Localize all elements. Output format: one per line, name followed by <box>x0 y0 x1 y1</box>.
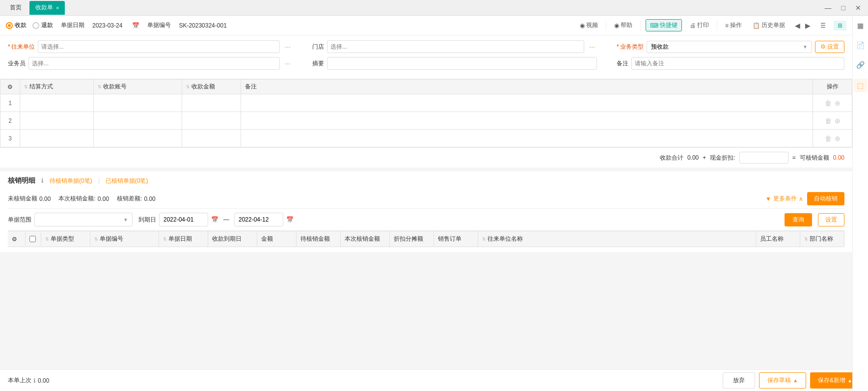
row2-settlement[interactable] <box>20 112 94 130</box>
row2-remark[interactable] <box>241 112 813 130</box>
business-type-select[interactable]: 预收款 ▼ <box>647 41 812 53</box>
row3-copy-icon[interactable]: ⊕ <box>835 135 841 142</box>
store-more-icon[interactable]: ··· <box>587 43 597 51</box>
grid-view-button[interactable]: ⊞ <box>834 21 846 30</box>
help-button[interactable]: ◉ 帮助 <box>611 20 635 31</box>
form-row-1: 往来单位 ··· 门店 ··· 业务类型 预收款 ▼ ⚙ <box>8 40 844 53</box>
date-to-calendar-icon[interactable]: 📅 <box>286 216 294 223</box>
operate-button[interactable]: ≡ 操作 <box>722 20 745 31</box>
info-icon[interactable]: ℹ <box>33 377 36 384</box>
auto-verify-button[interactable]: 自动核销 <box>807 192 844 205</box>
radio-payment[interactable]: 收款 <box>6 21 27 29</box>
query-button[interactable]: 查询 <box>785 213 812 226</box>
sidebar-table-icon[interactable]: ▦ <box>855 20 866 31</box>
sidebar-frame-icon[interactable]: ⬚ <box>854 79 868 92</box>
tab-bar: 首页 收款单 × — □ ✕ <box>0 0 868 16</box>
bottom-table-area: ⚙ ⇅ 单据类型 ⇅ 单据编号 ⇅ 单据日期 收款到期日 <box>8 230 844 247</box>
counterpart-input[interactable] <box>38 40 280 53</box>
video-button[interactable]: ◉ 视频 <box>577 20 601 31</box>
row3-account[interactable] <box>94 130 182 147</box>
col-settings[interactable]: ⚙ <box>0 80 20 94</box>
verify-info-icon[interactable]: ℹ <box>41 177 44 184</box>
sort-date-icon: ⇅ <box>163 237 167 242</box>
row1-delete-icon[interactable]: 🗑 <box>825 99 832 107</box>
done-tab[interactable]: 已核销单据(0笔) <box>106 177 148 185</box>
row1-copy-icon[interactable]: ⊕ <box>835 99 841 107</box>
remark-input[interactable] <box>631 57 844 70</box>
discard-label: 放弃 <box>733 377 745 384</box>
salesperson-more-icon[interactable]: ··· <box>283 59 293 67</box>
tab-active-label: 收款单 <box>35 3 53 12</box>
col-remark-header: 备注 <box>241 80 813 94</box>
date-to-input[interactable] <box>234 213 283 226</box>
next-icon[interactable]: ▶ <box>803 21 813 30</box>
summary-input[interactable] <box>327 57 597 70</box>
row1-settlement[interactable] <box>20 94 94 112</box>
prev-icon[interactable]: ◀ <box>793 21 802 30</box>
gear-icon: ⚙ <box>820 43 826 50</box>
date-from-calendar-icon[interactable]: 📅 <box>211 216 218 223</box>
row2-account[interactable] <box>94 112 182 130</box>
sidebar-link-icon[interactable]: 🔗 <box>854 59 867 71</box>
pending-tab[interactable]: 待核销单据(0笔) <box>50 177 92 185</box>
save-draft-button[interactable]: 保存草稿 ▲ <box>759 372 806 389</box>
store-input[interactable] <box>327 40 584 53</box>
row1-amount[interactable] <box>182 94 241 112</box>
calendar-icon[interactable]: 📅 <box>132 22 139 29</box>
salesperson-input[interactable] <box>28 57 280 70</box>
row2-amount[interactable] <box>182 112 241 130</box>
tab-close-icon[interactable]: × <box>56 5 59 11</box>
row3-settlement[interactable] <box>20 130 94 147</box>
row3-remark[interactable] <box>241 130 813 147</box>
unchecked-stat: 未核销金额 0.00 <box>8 195 51 203</box>
col-action-header: 操作 <box>813 80 852 94</box>
print-button[interactable]: 🖨 打印 <box>687 20 712 31</box>
btcol-settings[interactable]: ⚙ <box>8 232 26 246</box>
radio-payment-label: 收款 <box>15 21 27 29</box>
range-select[interactable]: ▼ <box>34 213 133 226</box>
history-icon: 📋 <box>753 22 760 29</box>
verify-settings-button[interactable]: 设置 <box>818 213 844 226</box>
business-type-label: 业务类型 <box>617 43 644 51</box>
history-button[interactable]: 📋 历史单据 <box>750 20 788 31</box>
btcol-checkbox[interactable] <box>26 232 41 246</box>
more-conditions-button[interactable]: ▼ 更多条件 ∧ <box>765 195 803 203</box>
diff-stat: 核销差额: 0.00 <box>117 195 156 203</box>
form-row-2: 业务员 ··· 摘要 备注 <box>8 57 844 70</box>
equals-sign: = <box>792 154 796 161</box>
payment-type-radio-group: 收款 退款 <box>6 21 53 29</box>
form-settings-button[interactable]: ⚙ 设置 <box>815 41 844 53</box>
sort-no-icon: ⇅ <box>94 237 98 242</box>
select-all-checkbox[interactable] <box>29 236 36 242</box>
tab-home[interactable]: 首页 <box>4 1 27 15</box>
row1-account[interactable] <box>94 94 182 112</box>
sidebar-doc-icon[interactable]: 📄 <box>854 39 867 51</box>
btcol-department: ⇅ 部门名称 <box>800 231 844 247</box>
row3-delete-icon[interactable]: 🗑 <box>825 135 832 142</box>
maximize-button[interactable]: □ <box>839 3 848 13</box>
video-icon: ◉ <box>580 22 585 29</box>
minimize-button[interactable]: — <box>822 3 835 13</box>
section-divider <box>0 168 852 171</box>
range-dropdown-icon: ▼ <box>123 217 128 223</box>
close-button[interactable]: ✕ <box>852 3 864 13</box>
shortcut-button[interactable]: ⌨ 快捷键 <box>646 19 682 31</box>
tab-active[interactable]: 收款单 × <box>29 1 65 15</box>
row1-remark[interactable] <box>241 94 813 112</box>
footer-buttons: 放弃 保存草稿 ▲ 保存&新增 ▲ <box>723 372 860 389</box>
radio-refund[interactable]: 退款 <box>32 21 53 29</box>
btcol-sales-order: 销售订单 <box>434 231 478 247</box>
col-amount-header: ⇅ 收款金额 <box>182 80 241 94</box>
date-from-input[interactable] <box>159 213 208 226</box>
list-view-button[interactable]: ☰ <box>817 21 829 30</box>
row2-delete-icon[interactable]: 🗑 <box>825 117 832 125</box>
table-settings-icon[interactable]: ⚙ <box>7 84 13 90</box>
row2-copy-icon[interactable]: ⊕ <box>835 117 841 125</box>
right-sidebar: ▦ 📄 🔗 ⬚ <box>852 16 868 391</box>
discard-button[interactable]: 放弃 <box>723 372 755 389</box>
counterpart-more-icon[interactable]: ··· <box>283 43 293 51</box>
btable-settings-icon[interactable]: ⚙ <box>12 236 17 243</box>
row3-amount[interactable] <box>182 130 241 147</box>
btcol-no: ⇅ 单据编号 <box>90 231 159 247</box>
discount-input[interactable] <box>739 152 788 164</box>
